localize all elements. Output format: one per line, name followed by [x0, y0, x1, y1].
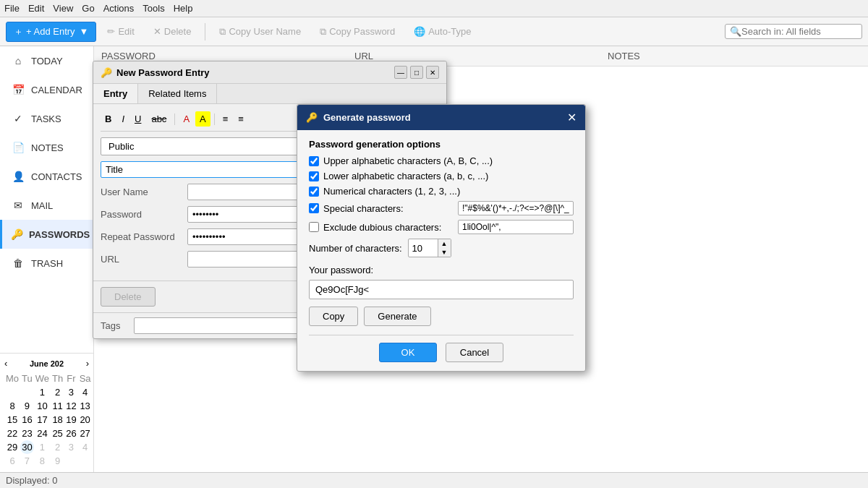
sidebar-item-passwords[interactable]: 🔑 PASSWORDS: [0, 220, 93, 249]
menu-go[interactable]: Go: [82, 3, 94, 14]
cal-day[interactable]: 25: [51, 427, 64, 440]
sidebar-item-today[interactable]: ⌂ TODAY: [0, 46, 93, 75]
italic-button[interactable]: I: [117, 111, 129, 127]
sidebar-item-tasks[interactable]: ✓ TASKS: [0, 104, 93, 133]
gen-copy-button[interactable]: Copy: [309, 307, 358, 326]
cal-day[interactable]: 9: [20, 399, 34, 413]
cal-day[interactable]: 29: [4, 440, 20, 454]
delete-button[interactable]: ✕ Delete: [145, 22, 200, 40]
cal-prev-btn[interactable]: ‹: [4, 358, 7, 369]
menu-actions[interactable]: Actions: [103, 3, 135, 14]
cal-day[interactable]: 8: [34, 454, 51, 468]
gen-cancel-button[interactable]: Cancel: [446, 343, 503, 362]
copy-username-button[interactable]: ⧉ Copy User Name: [211, 22, 309, 41]
cal-day[interactable]: 9: [51, 454, 64, 468]
sidebar-item-trash[interactable]: 🗑 TRASH: [0, 249, 93, 278]
col-url: URL: [354, 51, 608, 61]
menu-edit[interactable]: Edit: [28, 3, 44, 14]
cal-day[interactable]: 24: [34, 427, 51, 440]
cal-day[interactable]: 10: [34, 399, 51, 413]
cal-day: [78, 454, 93, 468]
edit-button[interactable]: ✏ Edit: [99, 22, 142, 40]
cal-day[interactable]: 13: [78, 399, 93, 413]
cal-day[interactable]: 18: [51, 413, 64, 427]
cal-day[interactable]: 6: [4, 454, 20, 468]
cal-day[interactable]: 7: [20, 454, 34, 468]
gen-generate-button[interactable]: Generate: [364, 307, 430, 326]
gen-option-dubious: Exclude dubious characters:: [309, 220, 574, 234]
dialog-maximize-btn[interactable]: □: [410, 66, 423, 79]
gen-chars-up[interactable]: ▲: [438, 239, 451, 248]
gen-special-chars-input[interactable]: [458, 201, 574, 215]
cal-day[interactable]: 4: [78, 385, 93, 399]
gen-chars-row: Number of characters: ▲ ▼: [309, 239, 574, 257]
cal-day[interactable]: 3: [64, 440, 77, 454]
gen-chars-down[interactable]: ▼: [438, 248, 451, 257]
highlight-button[interactable]: A: [195, 111, 210, 127]
cal-day[interactable]: 16: [20, 413, 34, 427]
gen-option-numerical-label: Numerical characters (1, 2, 3, ...): [323, 186, 574, 197]
gen-dialog-close-btn[interactable]: ✕: [567, 111, 576, 124]
gen-checkbox-special[interactable]: [309, 203, 319, 213]
gen-option-special: Special characters:: [309, 201, 574, 215]
sidebar-item-contacts[interactable]: 👤 CONTACTS: [0, 162, 93, 191]
cal-day[interactable]: 22: [4, 427, 20, 440]
dialog-close-btn[interactable]: ✕: [426, 66, 439, 79]
copy-password-icon: ⧉: [320, 26, 326, 38]
cal-day[interactable]: 1: [34, 385, 51, 399]
tab-related-items[interactable]: Related Items: [138, 84, 217, 103]
cal-day[interactable]: 23: [20, 427, 34, 440]
auto-type-button[interactable]: 🌐 Auto-Type: [406, 22, 479, 40]
cal-day[interactable]: 4: [78, 440, 93, 454]
sidebar-item-notes[interactable]: 📄 NOTES: [0, 133, 93, 162]
fmt-sep1: [174, 114, 175, 125]
gen-ok-button[interactable]: OK: [379, 343, 437, 362]
search-input[interactable]: [741, 26, 857, 37]
sidebar-item-calendar[interactable]: 📅 CALENDAR: [0, 75, 93, 104]
menu-help[interactable]: Help: [174, 3, 193, 14]
cal-day[interactable]: 2: [51, 440, 64, 454]
search-box: 🔍: [725, 24, 862, 39]
menu-file[interactable]: File: [4, 3, 20, 14]
cal-day[interactable]: 19: [64, 413, 77, 427]
sidebar-item-mail[interactable]: ✉ MAIL: [0, 191, 93, 220]
cal-day[interactable]: 3: [64, 385, 77, 399]
gen-chars-spinner: ▲ ▼: [408, 239, 451, 257]
bold-button[interactable]: B: [101, 111, 116, 127]
cal-day[interactable]: 1: [34, 440, 51, 454]
cal-day[interactable]: 26: [64, 427, 77, 440]
cal-day[interactable]: 11: [51, 399, 64, 413]
font-color-button[interactable]: A: [179, 111, 194, 127]
gen-checkbox-upper[interactable]: [309, 156, 319, 166]
gen-password-input[interactable]: [309, 280, 574, 299]
copy-password-button[interactable]: ⧉ Copy Password: [312, 22, 403, 41]
gen-checkbox-dubious[interactable]: [309, 222, 319, 232]
cal-next-btn[interactable]: ›: [86, 358, 89, 369]
add-entry-button[interactable]: ＋ + Add Entry ▼: [6, 22, 96, 42]
cal-day[interactable]: 8: [4, 399, 20, 413]
menu-tools[interactable]: Tools: [142, 3, 164, 14]
menu-view[interactable]: View: [53, 3, 73, 14]
list-bullet-button[interactable]: ≡: [218, 111, 233, 127]
dialog-delete-button[interactable]: Delete: [101, 287, 156, 307]
gen-chars-value[interactable]: [409, 241, 438, 255]
cal-day[interactable]: 20: [78, 413, 93, 427]
cal-day[interactable]: 2: [51, 385, 64, 399]
strikethrough-button[interactable]: abc: [147, 111, 171, 127]
underline-button[interactable]: U: [130, 111, 145, 127]
cal-day[interactable]: 30: [20, 440, 34, 454]
dropdown-arrow-icon: ▼: [80, 26, 89, 37]
cal-day[interactable]: 15: [4, 413, 20, 427]
sidebar-label-tasks: TASKS: [31, 114, 61, 124]
gen-checkbox-numerical[interactable]: [309, 187, 319, 197]
list-number-button[interactable]: ≡: [234, 111, 248, 127]
gen-checkbox-lower[interactable]: [309, 171, 319, 181]
gen-dubious-chars-input[interactable]: [458, 220, 574, 234]
gen-option-upper: Upper alphabetic characters (A, B, C, ..…: [309, 155, 574, 166]
tab-entry[interactable]: Entry: [93, 84, 138, 103]
cal-day[interactable]: 27: [78, 427, 93, 440]
cal-table: Mo Tu We Th Fr Sa Su 1234589101112131415…: [4, 372, 106, 468]
dialog-minimize-btn[interactable]: —: [394, 66, 407, 79]
cal-day[interactable]: 17: [34, 413, 51, 427]
cal-day[interactable]: 12: [64, 399, 77, 413]
